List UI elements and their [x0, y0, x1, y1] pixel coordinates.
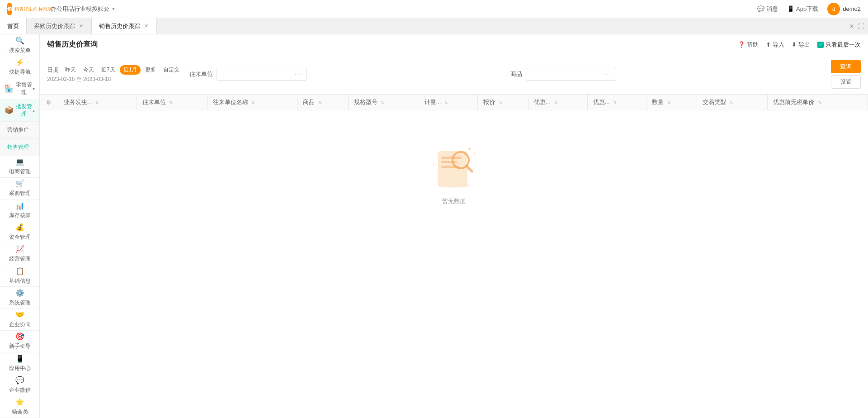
th-quote[interactable]: 报价 ⇅: [478, 95, 528, 110]
import-button[interactable]: ⬆ 导入: [766, 41, 784, 49]
sidebar-item-ecommerce[interactable]: 💻 电商管理: [0, 156, 39, 178]
inventory-icon: 📊: [15, 201, 24, 210]
sidebar-item-member[interactable]: ⭐ 畅会员: [0, 396, 39, 418]
help-icon: ❓: [738, 41, 745, 48]
th-partner-code-label: 往来单位: [142, 99, 166, 105]
username: demo2: [843, 5, 861, 12]
tab-close-all-icon[interactable]: ✕: [849, 23, 854, 30]
sidebar-item-shortcut[interactable]: ⚡ 快捷导航: [0, 56, 39, 78]
sidebar-marketing-label: 营销推广: [7, 127, 29, 133]
sidebar: 🔍 搜索菜单 ⚡ 快捷导航 🏪 零售管理 ▾ 📦 批发管理 ▴ 营销: [0, 34, 40, 418]
help-button[interactable]: ❓ 帮助: [738, 41, 759, 49]
partner-input[interactable]: ···: [217, 68, 307, 81]
svg-point-7: [468, 147, 471, 150]
settings-button[interactable]: 设置: [831, 75, 861, 89]
date-btn-yesterday[interactable]: 昨天: [62, 65, 79, 75]
tab-purchase-history[interactable]: 采购历史价跟踪 ✕: [27, 18, 92, 34]
sidebar-item-apps[interactable]: 📱 应用中心: [0, 352, 39, 374]
th-discount2[interactable]: 优惠... ⇅: [587, 95, 646, 110]
th-settings[interactable]: ⚙: [40, 95, 58, 110]
th-discount2-label: 优惠...: [593, 99, 610, 105]
sidebar-item-finance[interactable]: 💰 资金管理: [0, 221, 39, 243]
sidebar-wholesale-label: 批发管理: [15, 103, 33, 118]
th-unit[interactable]: 计量... ⇅: [419, 95, 477, 110]
date-btn-more[interactable]: 更多: [142, 65, 159, 75]
tab-sales-history[interactable]: 销售历史价跟踪 ✕: [92, 18, 157, 34]
tab-sales-history-close-icon[interactable]: ✕: [143, 23, 149, 29]
sidebar-item-business[interactable]: 📈 经营管理: [0, 243, 39, 265]
th-partner-name-sort-icon: ⇅: [251, 100, 255, 105]
sidebar-item-sales[interactable]: 销售管理: [0, 139, 39, 156]
table-settings-icon[interactable]: ⚙: [46, 99, 52, 106]
sidebar-item-wechat[interactable]: 💬 企业微信: [0, 374, 39, 396]
export-label: 导出: [798, 41, 810, 49]
page-header-actions: ❓ 帮助 ⬆ 导入 ⬇ 导出 ✓ 只看最后一次: [738, 41, 861, 49]
date-btn-last7[interactable]: 近7天: [99, 65, 118, 75]
wechat-icon: 💬: [15, 376, 24, 385]
app-title[interactable]: 办公用品行业模拟账套 ▼: [51, 5, 116, 13]
sidebar-item-marketing[interactable]: 营销推广: [0, 122, 39, 139]
sidebar-item-basic[interactable]: 📋 基础信息: [0, 265, 39, 287]
message-icon: 💬: [757, 5, 764, 12]
business-icon: 📈: [15, 245, 24, 253]
sidebar-item-guide[interactable]: 🎯 新手引导: [0, 331, 39, 352]
goods-input-dots: ···: [603, 70, 612, 78]
message-button[interactable]: 💬 消息: [757, 5, 778, 13]
user-area[interactable]: d demo2: [827, 3, 861, 15]
tab-maximize-icon[interactable]: ⛶: [858, 23, 864, 30]
goods-input[interactable]: ···: [526, 68, 616, 81]
query-button[interactable]: 查询: [831, 60, 861, 73]
tab-bar: 首页 采购历史价跟踪 ✕ 销售历史价跟踪 ✕ ✕ ⛶: [0, 18, 868, 34]
th-spec[interactable]: 规格型号 ⇅: [348, 95, 419, 110]
filter-area: 日期 昨天 今天 近7天 近1月 更多 自定义 2023-02-18 至 202…: [40, 54, 868, 95]
sidebar-item-inventory[interactable]: 📊 库存核算: [0, 200, 39, 221]
tab-actions: ✕ ⛶: [845, 18, 868, 34]
partner-filter-group: 往来单位 ···: [189, 68, 503, 81]
th-quantity-label: 数量: [652, 99, 664, 105]
sidebar-item-purchase[interactable]: 🛒 采购管理: [0, 178, 39, 200]
th-pretax-price[interactable]: 优惠前无税单价 ⇅: [768, 95, 868, 110]
sidebar-shortcut-label: 快捷导航: [9, 68, 31, 76]
date-btn-last1month[interactable]: 近1月: [120, 65, 141, 75]
sidebar-item-enterprise[interactable]: 🤝 企业协同: [0, 309, 39, 331]
enterprise-icon: 🤝: [15, 310, 24, 319]
sidebar-system-label: 系统管理: [9, 299, 31, 307]
th-partner-name[interactable]: 往来单位名称 ⇅: [207, 95, 297, 110]
sidebar-apps-label: 应用中心: [9, 365, 31, 372]
sidebar-item-system[interactable]: ⚙️ 系统管理: [0, 287, 39, 309]
message-label: 消息: [766, 5, 778, 13]
app-download-button[interactable]: 📱 App下载: [787, 5, 818, 13]
date-filter-group: 日期 昨天 今天 近7天 近1月 更多 自定义 2023-02-18 至 202…: [47, 65, 182, 83]
th-trade-type-label: 交易类型: [703, 99, 726, 105]
sidebar-item-wholesale[interactable]: 📦 批发管理 ▴: [0, 100, 39, 122]
page-content: 销售历史价查询 ❓ 帮助 ⬆ 导入 ⬇ 导出 ✓: [40, 34, 868, 418]
table-area: ⚙ 业务发生... ⇅ 往来单位 ⇅ 往来单位名称: [40, 95, 868, 418]
tab-home[interactable]: 首页: [0, 18, 27, 34]
th-trade-type[interactable]: 交易类型 ⇅: [697, 95, 768, 110]
th-partner-code[interactable]: 往来单位 ⇅: [137, 95, 207, 110]
date-btn-today[interactable]: 今天: [80, 65, 97, 75]
sidebar-item-search[interactable]: 🔍 搜索菜单: [0, 34, 39, 56]
import-icon: ⬆: [766, 41, 771, 48]
basic-icon: 📋: [15, 267, 24, 276]
wholesale-icon: 📦: [5, 106, 14, 114]
th-goods[interactable]: 商品 ⇅: [297, 95, 348, 110]
tab-purchase-history-close-icon[interactable]: ✕: [78, 23, 84, 29]
th-discount1[interactable]: 优惠... ⇅: [528, 95, 587, 110]
help-label: 帮助: [747, 41, 759, 49]
logo-area: 销 销售好生意 标准版: [7, 3, 47, 15]
date-range-buttons: 昨天 今天 近7天 近1月 更多 自定义: [62, 65, 182, 75]
sidebar-item-retail[interactable]: 🏪 零售管理 ▾: [0, 78, 39, 100]
svg-rect-3: [441, 161, 457, 163]
retail-chevron-down-icon: ▾: [33, 86, 35, 91]
partner-input-dots: ···: [294, 70, 303, 78]
only-last-checkbox-label[interactable]: ✓ 只看最后一次: [817, 41, 861, 49]
th-quantity[interactable]: 数量 ⇅: [646, 95, 697, 110]
th-business-date[interactable]: 业务发生... ⇅: [58, 95, 137, 110]
th-unit-label: 计量...: [425, 99, 441, 105]
table-header-row: ⚙ 业务发生... ⇅ 往来单位 ⇅ 往来单位名称: [40, 95, 868, 110]
date-btn-custom[interactable]: 自定义: [160, 65, 182, 75]
tab-home-label: 首页: [7, 22, 19, 30]
export-button[interactable]: ⬇ 导出: [792, 41, 810, 49]
th-discount1-sort-icon: ⇅: [554, 100, 558, 105]
